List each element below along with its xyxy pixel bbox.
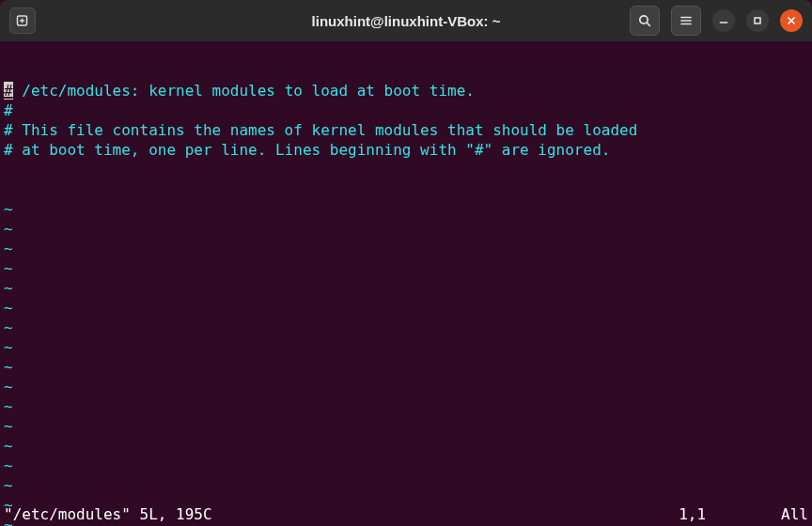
cursor-cell: # [4,82,13,100]
empty-line-tilde: ~ [0,436,812,456]
editor-content: # /etc/modules: kernel modules to load a… [0,81,812,160]
content-line: # This file contains the names of kernel… [4,120,812,140]
empty-line-tilde: ~ [0,199,812,219]
content-line: # at boot time, one per line. Lines begi… [4,140,812,160]
empty-line-tilde: ~ [0,337,812,357]
empty-line-tilde: ~ [0,377,812,396]
empty-line-tilde: ~ [0,219,812,239]
menu-button[interactable] [671,6,701,36]
empty-line-tilde: ~ [0,317,812,337]
close-button[interactable] [780,9,803,32]
status-scroll-indicator: All [781,504,808,524]
empty-line-tilde: ~ [0,416,812,436]
status-filename: "/etc/modules" 5L, 195C [4,504,212,524]
svg-line-4 [647,23,649,25]
new-tab-icon [15,13,30,28]
terminal-viewport[interactable]: # /etc/modules: kernel modules to load a… [0,41,812,526]
content-line: # [4,101,812,120]
tilde-lines: ~~~~~~~~~~~~~~~~~~ [0,199,812,526]
maximize-button[interactable] [746,9,769,32]
titlebar: linuxhint@linuxhint-VBox: ~ [0,0,812,41]
svg-rect-9 [755,18,760,23]
maximize-icon [752,15,763,26]
minimize-button[interactable] [712,9,735,32]
hamburger-icon [679,13,694,28]
empty-line-tilde: ~ [0,475,812,495]
empty-line-tilde: ~ [0,298,812,317]
titlebar-right [630,6,803,36]
status-cursor-position: 1,1 [679,504,706,524]
empty-line-tilde: ~ [0,396,812,416]
empty-line-tilde: ~ [0,278,812,298]
empty-line-tilde: ~ [0,258,812,278]
empty-line-tilde: ~ [0,456,812,475]
new-tab-button[interactable] [9,8,36,34]
search-button[interactable] [630,6,660,36]
empty-line-tilde: ~ [0,239,812,258]
content-line: # /etc/modules: kernel modules to load a… [4,81,812,101]
search-icon [637,13,652,28]
vim-status-line: "/etc/modules" 5L, 195C 1,1 All [0,504,812,526]
titlebar-left [9,8,36,34]
close-icon [786,15,797,26]
minimize-icon [718,15,729,26]
empty-line-tilde: ~ [0,357,812,377]
window-title: linuxhint@linuxhint-VBox: ~ [312,13,501,29]
